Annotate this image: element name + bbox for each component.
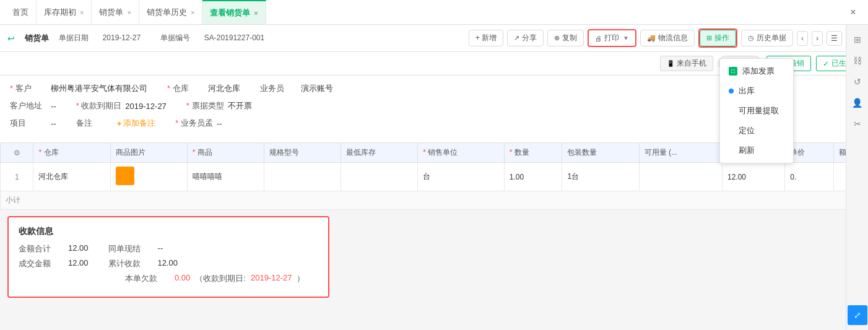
tab-close-sales[interactable]: ×: [127, 9, 131, 16]
doc-type-label: 销货单: [25, 33, 49, 44]
tab-close-view-sales[interactable]: ×: [254, 9, 258, 17]
add-note-button[interactable]: 添加备注: [117, 118, 156, 129]
staff2-value: --: [217, 119, 222, 128]
tab-bar: 首页 库存期初 × 销货单 × 销货单历史 × 查看销货单 × ×: [0, 0, 868, 25]
right-icon-fullscreen[interactable]: ⤢: [848, 305, 867, 325]
ticket-type-field: 票据类型 不开票: [186, 100, 252, 111]
row-spec: [264, 163, 341, 191]
tab-home[interactable]: 首页: [5, 0, 37, 24]
col-sales-unit: 销售单位: [418, 143, 504, 163]
dropdown-menu: □ 添加发票 出库 可用量提取 定位 刷新: [719, 58, 794, 163]
col-warehouse: 仓库: [33, 143, 110, 163]
customer-field: 客户 柳州粤港平安气体有限公司: [10, 83, 147, 94]
toolbar: ↩ 销货单 单据日期 2019-12-27 单据编号 SA-20191227-0…: [0, 25, 868, 52]
tab-close-history[interactable]: ×: [191, 9, 194, 16]
addr-value: --: [51, 102, 56, 111]
share-button[interactable]: ↗ 分享: [507, 30, 544, 46]
right-icon-link[interactable]: ⛓: [848, 51, 867, 71]
right-icon-user[interactable]: 👤: [848, 93, 867, 113]
col-settings: ⚙: [1, 143, 33, 163]
col-product-img: 商品图片: [110, 143, 187, 163]
tab-sales-order[interactable]: 销货单 ×: [92, 0, 139, 24]
dropdown-available-qty[interactable]: 可用量提取: [720, 101, 793, 121]
row-available: [639, 163, 722, 191]
right-icon-refresh[interactable]: ↺: [848, 72, 867, 92]
tab-close-inventory[interactable]: ×: [80, 9, 84, 16]
col-pack-qty: 包装数量: [562, 143, 639, 163]
col-product: 商品: [187, 143, 264, 163]
staff2-label: 业务员孟: [175, 118, 213, 129]
warehouse-field: 仓库 河北仓库: [167, 83, 240, 94]
payment-row-3: 本单欠款 0.00 （收款到期日: 2019-12-27 ）: [19, 273, 318, 284]
note-field: 备注 添加备注: [76, 118, 156, 129]
due-date-field: 收款到期日 2019-12-27: [76, 100, 167, 111]
row-product: 嘻嘻嘻嘻: [187, 163, 264, 191]
product-image: [116, 167, 134, 185]
note-label: 备注: [76, 118, 113, 129]
staff2-field: 业务员孟 --: [175, 118, 222, 129]
payment-title: 收款信息: [19, 226, 318, 237]
ticket-type-value: 不开票: [228, 100, 252, 111]
right-icon-grid[interactable]: ⊞: [848, 30, 867, 50]
subtotal-label: 小计: [1, 191, 868, 210]
project-field: 项目 --: [10, 118, 56, 129]
col-quantity: 数量: [504, 143, 562, 163]
logistics-button[interactable]: 🚚 物流信息: [640, 30, 695, 46]
payment-cumulative: 累计收款 12.00: [108, 258, 178, 269]
doc-meta-no: 单据编号 SA-20191227-001: [160, 33, 274, 43]
addr-label: 客户地址: [10, 100, 47, 111]
dropdown-refresh[interactable]: 刷新: [720, 141, 793, 160]
operate-button-wrapper: ⊞ 操作: [698, 28, 737, 48]
row-quantity: 1.00: [504, 163, 562, 191]
warehouse-label: 仓库: [167, 83, 204, 94]
doc-title-area: ↩ 销货单 单据日期 2019-12-27 单据编号 SA-20191227-0…: [7, 33, 466, 44]
print-button[interactable]: 🖨 打印 ▼: [588, 29, 636, 47]
customer-label: 客户: [10, 83, 47, 94]
project-label: 项目: [10, 118, 47, 129]
outbound-dot: [729, 89, 734, 93]
doc-meta-date: 单据日期 2019-12-27: [59, 33, 150, 43]
payment-section: 收款信息 金额合计 12.00 同单现结 -- 成交金额 12.00 累计收款 …: [7, 216, 329, 298]
payment-row-1: 金额合计 12.00 同单现结 --: [19, 243, 318, 254]
tab-inventory-init[interactable]: 库存期初 ×: [37, 0, 92, 24]
row-no: 1: [1, 163, 33, 191]
toolbar-actions: + 新增 ↗ 分享 ⊕ 复制 🖨 打印 ▼ 🚚 物流信息 ⊞: [469, 28, 861, 48]
right-icon-tag[interactable]: ✂: [848, 114, 867, 134]
subtotal-row: 小计: [1, 191, 868, 210]
addr-field: 客户地址 --: [10, 100, 56, 111]
col-min-stock: 最低库存: [341, 143, 418, 163]
due-date-label: 收款到期日: [76, 100, 122, 111]
row-current-stock: 12.00: [723, 163, 785, 191]
prev-button[interactable]: ‹: [797, 31, 808, 46]
copy-button[interactable]: ⊕ 复制: [547, 30, 584, 46]
from-phone-button[interactable]: 📱 来自手机: [660, 56, 713, 71]
row-warehouse: 河北仓库: [33, 163, 110, 191]
row-unit-price: 0.: [785, 163, 833, 191]
table-row: 1 河北仓库 嘻嘻嘻嘻 台 1.00 1台 12.00 0.: [1, 163, 868, 191]
row-sales-unit: 台: [418, 163, 504, 191]
staff-label: 业务员: [260, 83, 297, 94]
row-product-img: [110, 163, 187, 191]
row-min-stock: [341, 163, 418, 191]
doc-icon: ↩: [7, 33, 15, 43]
new-button[interactable]: + 新增: [469, 30, 503, 46]
payment-same-settle: 同单现结 --: [108, 243, 163, 254]
dropdown-outbound[interactable]: 出库: [720, 81, 793, 101]
history-button[interactable]: ◷ 历史单据: [741, 30, 793, 46]
dropdown-locate[interactable]: 定位: [720, 121, 793, 141]
staff-value: 演示账号: [301, 83, 333, 94]
window-close-button[interactable]: ×: [843, 2, 863, 22]
col-spec: 规格型号: [264, 143, 341, 163]
list-view-button[interactable]: ☰: [827, 31, 842, 46]
dropdown-add-invoice[interactable]: □ 添加发票: [720, 61, 793, 81]
staff-field: 业务员 演示账号: [260, 83, 333, 94]
ticket-type-label: 票据类型: [186, 100, 224, 111]
right-panel: ⊞ ⛓ ↺ 👤 ✂ ⤢: [846, 25, 868, 330]
next-button[interactable]: ›: [812, 31, 823, 46]
payment-row-2: 成交金额 12.00 累计收款 12.00: [19, 258, 318, 269]
tab-view-sales[interactable]: 查看销货单 ×: [202, 0, 266, 24]
payment-empty: [19, 273, 105, 284]
payment-owed: 本单欠款 0.00 （收款到期日: 2019-12-27 ）: [125, 273, 305, 284]
operate-button[interactable]: ⊞ 操作: [700, 30, 736, 46]
tab-sales-history[interactable]: 销货单历史 ×: [139, 0, 202, 24]
